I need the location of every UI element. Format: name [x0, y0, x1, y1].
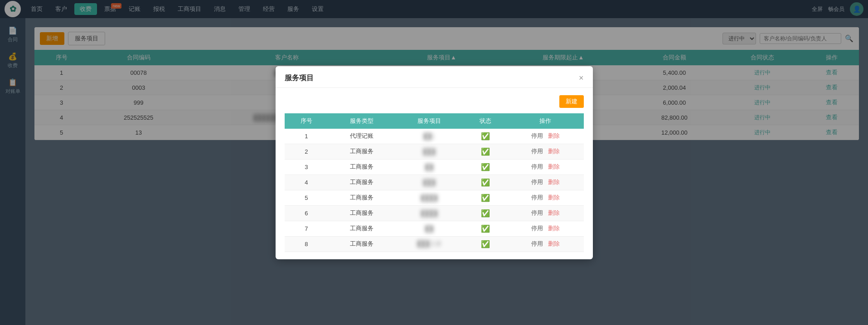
- stop-link[interactable]: 停用: [531, 148, 543, 155]
- status-check-icon: ✅: [481, 209, 490, 217]
- delete-link[interactable]: 删除: [548, 194, 560, 201]
- modal-new-btn-area: 新建: [285, 95, 584, 108]
- modal-cell-index: 2: [285, 144, 329, 159]
- modal-cell-type: 代理记账: [328, 129, 395, 144]
- modal-cell-status: ✅: [463, 236, 507, 252]
- delete-link[interactable]: 删除: [548, 240, 560, 247]
- modal-col-header: 操作: [507, 113, 583, 129]
- modal-cell-index: 5: [285, 190, 329, 205]
- modal-body: 新建 序号服务类型服务项目状态操作 1代理记账██1✅ 停用 删除 2工商服务█…: [276, 88, 593, 259]
- modal-table-row: 7工商服务██✅ 停用 删除: [285, 221, 584, 236]
- status-check-icon: ✅: [481, 179, 490, 186]
- modal-table-body: 1代理记账██1✅ 停用 删除 2工商服务███✅ 停用 删除 3工商服务██✅…: [285, 129, 584, 252]
- modal-table-header-row: 序号服务类型服务项目状态操作: [285, 113, 584, 129]
- modal-cell-item: ██1: [395, 129, 463, 144]
- modal-cell-type: 工商服务: [328, 159, 395, 175]
- modal-col-header: 状态: [463, 113, 507, 129]
- modal-col-header: 服务类型: [328, 113, 395, 129]
- modal-col-header: 序号: [285, 113, 329, 129]
- modal-cell-status: ✅: [463, 175, 507, 190]
- stop-link[interactable]: 停用: [531, 132, 543, 139]
- status-check-icon: ✅: [481, 240, 490, 248]
- stop-link[interactable]: 停用: [531, 179, 543, 185]
- modal-table-row: 2工商服务███✅ 停用 删除: [285, 144, 584, 159]
- modal-table-row: 6工商服务████✅ 停用 删除: [285, 205, 584, 221]
- modal-cell-index: 8: [285, 236, 329, 252]
- modal-cell-item: ███: [395, 144, 463, 159]
- modal-cell-index: 1: [285, 129, 329, 144]
- modal-cell-status: ✅: [463, 159, 507, 175]
- stop-link[interactable]: 停用: [531, 225, 543, 232]
- status-check-icon: ✅: [481, 148, 490, 155]
- modal-cell-action[interactable]: 停用 删除: [507, 129, 583, 144]
- modal-cell-index: 6: [285, 205, 329, 221]
- stop-link[interactable]: 停用: [531, 194, 543, 201]
- modal-table-header: 序号服务类型服务项目状态操作: [285, 113, 584, 129]
- modal-cell-type: 工商服务: [328, 205, 395, 221]
- stop-link[interactable]: 停用: [531, 209, 543, 216]
- modal-table-row: 5工商服务████✅ 停用 删除: [285, 190, 584, 205]
- service-modal: 服务项目 × 新建 序号服务类型服务项目状态操作 1代理记账██1✅ 停用 删除…: [276, 66, 593, 259]
- delete-link[interactable]: 删除: [548, 163, 560, 170]
- status-check-icon: ✅: [481, 163, 490, 171]
- stop-link[interactable]: 停用: [531, 240, 543, 247]
- modal-cell-index: 4: [285, 175, 329, 190]
- modal-cell-action[interactable]: 停用 删除: [507, 159, 583, 175]
- delete-link[interactable]: 删除: [548, 209, 560, 216]
- status-check-icon: ✅: [481, 132, 490, 140]
- modal-cell-item: ███: [395, 175, 463, 190]
- modal-cell-type: 工商服务: [328, 236, 395, 252]
- modal-table-row: 1代理记账██1✅ 停用 删除: [285, 129, 584, 144]
- modal-cell-action[interactable]: 停用 删除: [507, 144, 583, 159]
- modal-cell-item: ██: [395, 159, 463, 175]
- modal-cell-action[interactable]: 停用 删除: [507, 221, 583, 236]
- modal-overlay[interactable]: 服务项目 × 新建 序号服务类型服务项目状态操作 1代理记账██1✅ 停用 删除…: [0, 0, 868, 325]
- modal-title: 服务项目: [285, 73, 314, 83]
- modal-cell-action[interactable]: 停用 删除: [507, 205, 583, 221]
- modal-cell-index: 7: [285, 221, 329, 236]
- modal-cell-status: ✅: [463, 144, 507, 159]
- modal-cell-status: ✅: [463, 221, 507, 236]
- modal-new-button[interactable]: 新建: [559, 95, 584, 108]
- modal-cell-index: 3: [285, 159, 329, 175]
- modal-cell-item: ███注册: [395, 236, 463, 252]
- modal-close-button[interactable]: ×: [579, 74, 584, 82]
- delete-link[interactable]: 删除: [548, 148, 560, 155]
- status-check-icon: ✅: [481, 194, 490, 202]
- modal-cell-type: 工商服务: [328, 190, 395, 205]
- stop-link[interactable]: 停用: [531, 163, 543, 170]
- modal-cell-type: 工商服务: [328, 221, 395, 236]
- modal-table-row: 4工商服务███✅ 停用 删除: [285, 175, 584, 190]
- modal-cell-action[interactable]: 停用 删除: [507, 175, 583, 190]
- modal-table-row: 3工商服务██✅ 停用 删除: [285, 159, 584, 175]
- modal-cell-type: 工商服务: [328, 144, 395, 159]
- modal-cell-status: ✅: [463, 129, 507, 144]
- delete-link[interactable]: 删除: [548, 225, 560, 232]
- delete-link[interactable]: 删除: [548, 179, 560, 185]
- modal-cell-status: ✅: [463, 190, 507, 205]
- modal-cell-item: ████: [395, 205, 463, 221]
- modal-header: 服务项目 ×: [276, 66, 593, 88]
- status-check-icon: ✅: [481, 225, 490, 233]
- modal-table: 序号服务类型服务项目状态操作 1代理记账██1✅ 停用 删除 2工商服务███✅…: [285, 113, 584, 252]
- modal-col-header: 服务项目: [395, 113, 463, 129]
- delete-link[interactable]: 删除: [548, 132, 560, 139]
- modal-cell-item: ████: [395, 190, 463, 205]
- modal-cell-action[interactable]: 停用 删除: [507, 236, 583, 252]
- modal-cell-status: ✅: [463, 205, 507, 221]
- modal-cell-type: 工商服务: [328, 175, 395, 190]
- modal-cell-item: ██: [395, 221, 463, 236]
- modal-table-row: 8工商服务███注册✅ 停用 删除: [285, 236, 584, 252]
- modal-cell-action[interactable]: 停用 删除: [507, 190, 583, 205]
